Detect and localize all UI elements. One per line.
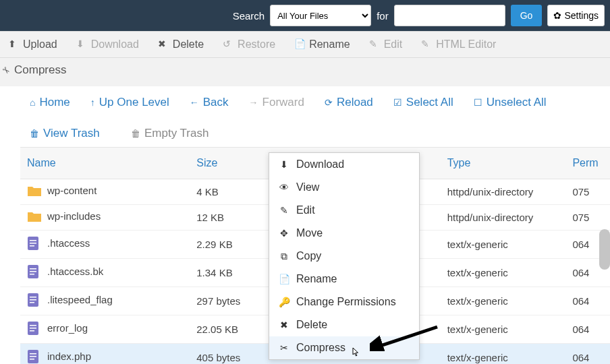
ctx-copy[interactable]: ⧉Copy	[269, 245, 419, 268]
top-search-bar: Search All Your Files for Go ✿ Settings	[0, 0, 610, 31]
reload-icon: ⟳	[325, 98, 333, 107]
col-perm-header[interactable]: Perm	[565, 148, 610, 179]
file-type: httpd/unix-directory	[441, 179, 566, 205]
compress-toolbar-row: ✂ Compress	[0, 58, 610, 86]
file-perm: 064	[565, 344, 610, 365]
file-icon	[27, 264, 42, 281]
search-scope-select[interactable]: All Your Files	[270, 5, 371, 26]
download-button[interactable]: ⬇Download	[76, 38, 139, 51]
delete-button[interactable]: ✖Delete	[158, 38, 204, 51]
ctx-view[interactable]: 👁View	[269, 176, 419, 199]
file-name: error_log	[47, 322, 88, 334]
svg-rect-11	[30, 302, 34, 303]
scrollbar[interactable]	[599, 229, 610, 270]
svg-rect-10	[30, 299, 36, 301]
empty-trash-button[interactable]: 🗑Empty Trash	[131, 127, 209, 140]
upload-button[interactable]: ⬆Upload	[8, 38, 57, 51]
forward-label: Forward	[262, 96, 304, 109]
trash-icon: 🗑	[131, 129, 140, 138]
file-type: text/x-generic	[441, 344, 566, 365]
rename-button[interactable]: 📄Rename	[294, 38, 350, 51]
for-label: for	[377, 10, 389, 22]
ctx-edit[interactable]: ✎Edit	[269, 199, 419, 222]
col-type-header[interactable]: Type	[441, 148, 566, 179]
view-trash-button[interactable]: 🗑View Trash	[30, 127, 111, 140]
select-all-button[interactable]: ☑Select All	[393, 96, 453, 109]
delete-icon: ✖	[279, 320, 289, 330]
html-icon: ✎	[421, 39, 432, 50]
ctx-label: Copy	[296, 250, 321, 262]
up-one-level-button[interactable]: ↑Up One Level	[90, 96, 169, 109]
trash-icon: 🗑	[30, 129, 39, 138]
file-name: .htaccess.bk	[47, 266, 103, 277]
back-button[interactable]: ←Back	[190, 96, 229, 109]
view-trash-label: View Trash	[43, 127, 100, 140]
file-size: 1.34 KB	[190, 259, 278, 287]
file-type: text/x-generic	[441, 287, 566, 315]
col-size-header[interactable]: Size	[190, 148, 278, 179]
ctx-compress[interactable]: ✂Compress	[269, 336, 419, 359]
home-icon: ⌂	[30, 98, 35, 107]
back-label: Back	[203, 96, 229, 109]
file-icon: 📄	[294, 39, 305, 50]
ctx-delete[interactable]: ✖Delete	[269, 313, 419, 336]
nav-actions: ⌂Home ↑Up One Level ←Back →Forward ⟳Relo…	[0, 86, 610, 147]
file-perm: 064	[565, 287, 610, 315]
context-menu: ⬇Download👁View✎Edit✥Move⧉Copy📄Rename🔑Cha…	[269, 152, 420, 360]
home-button[interactable]: ⌂Home	[30, 96, 70, 109]
ctx-label: Change Permissions	[296, 296, 396, 308]
unselect-all-label: Unselect All	[487, 96, 547, 109]
forward-button[interactable]: →Forward	[249, 96, 304, 109]
go-button[interactable]: Go	[511, 5, 543, 26]
download-icon: ⬇	[279, 159, 289, 170]
ctx-change-permissions[interactable]: 🔑Change Permissions	[269, 291, 419, 313]
file-size: 4 KB	[190, 179, 278, 205]
file-size: 2.29 KB	[190, 231, 278, 259]
back-icon: ←	[190, 98, 199, 107]
svg-rect-5	[30, 268, 36, 270]
file-type: text/x-generic	[441, 231, 566, 259]
svg-rect-19	[30, 359, 34, 360]
file-icon	[27, 236, 42, 253]
ctx-rename[interactable]: 📄Rename	[269, 268, 419, 291]
settings-label: Settings	[564, 10, 599, 21]
empty-trash-label: Empty Trash	[144, 127, 209, 140]
file-type: text/x-generic	[441, 315, 566, 344]
download-icon: ⬇	[76, 39, 87, 50]
svg-rect-2	[30, 243, 36, 244]
pencil-icon: ✎	[279, 205, 289, 216]
col-name-header[interactable]: Name	[20, 148, 190, 179]
compress-icon: ✂	[279, 342, 289, 353]
svg-rect-3	[30, 245, 34, 247]
svg-rect-9	[30, 297, 36, 298]
settings-button[interactable]: ✿ Settings	[547, 5, 605, 26]
svg-rect-6	[30, 271, 36, 272]
download-label: Download	[91, 38, 139, 51]
restore-button[interactable]: ↺Restore	[223, 38, 275, 51]
home-label: Home	[39, 96, 70, 109]
file-size: 297 bytes	[190, 287, 278, 315]
reload-button[interactable]: ⟳Reload	[325, 96, 373, 109]
file-size: 22.05 KB	[190, 315, 278, 344]
file-icon	[27, 349, 42, 364]
svg-rect-17	[30, 353, 36, 355]
edit-button[interactable]: ✎Edit	[369, 38, 403, 51]
folder-icon	[27, 185, 42, 199]
key-icon: 🔑	[279, 297, 289, 307]
file-size: 405 bytes	[190, 344, 278, 365]
gear-icon: ✿	[553, 11, 561, 20]
main-toolbar: ⬆Upload ⬇Download ✖Delete ↺Restore 📄Rena…	[0, 31, 610, 58]
select-all-label: Select All	[406, 96, 453, 109]
unselect-all-button[interactable]: ☐Unselect All	[474, 96, 547, 109]
folder-icon	[27, 210, 42, 224]
file-name: .htaccess	[47, 237, 90, 249]
file-icon	[27, 293, 42, 309]
edit-label: Edit	[384, 38, 403, 51]
copy-icon: ⧉	[279, 251, 289, 262]
search-input[interactable]	[394, 5, 505, 26]
html-editor-button[interactable]: ✎HTML Editor	[421, 38, 496, 51]
pencil-icon: ✎	[369, 39, 380, 50]
ctx-download[interactable]: ⬇Download	[269, 153, 419, 176]
compress-button[interactable]: Compress	[14, 63, 66, 77]
ctx-move[interactable]: ✥Move	[269, 222, 419, 245]
